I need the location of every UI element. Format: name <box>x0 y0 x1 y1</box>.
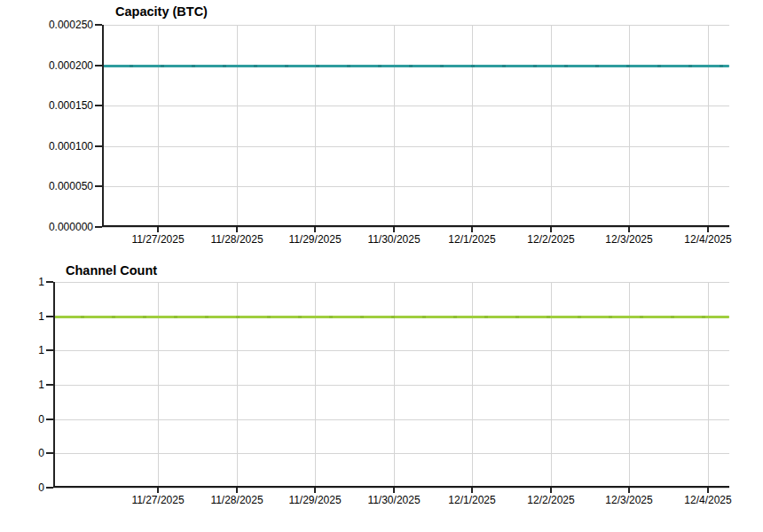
horizontal-gridline <box>102 106 729 106</box>
x-axis-tick-label: 11/30/2025 <box>354 232 434 246</box>
y-axis-line <box>102 25 104 227</box>
y-axis-tick <box>46 487 53 489</box>
horizontal-gridline <box>53 419 729 420</box>
y-axis-tick <box>46 452 53 454</box>
y-axis-tick <box>95 105 102 106</box>
x-axis-tick-label: 11/29/2025 <box>275 493 355 507</box>
vertical-gridline <box>237 282 238 488</box>
channel-count-chart-title: Channel Count <box>66 263 157 278</box>
horizontal-gridline <box>53 350 729 351</box>
node-stats-charts-panel: Capacity (BTC) 0.0002500.0002000.0001500… <box>0 0 763 532</box>
series-line <box>102 65 729 67</box>
vertical-gridline <box>394 25 395 227</box>
y-axis-tick-label: 0 <box>0 481 44 495</box>
x-axis-tick-label: 11/28/2025 <box>197 493 277 507</box>
vertical-gridline <box>472 25 473 227</box>
y-axis-tick <box>46 349 53 351</box>
x-axis-tick-label: 11/30/2025 <box>354 493 434 507</box>
horizontal-gridline <box>53 453 729 454</box>
vertical-gridline <box>629 282 630 488</box>
y-axis-tick-label: 1 <box>0 378 44 392</box>
y-axis-tick <box>95 24 102 26</box>
vertical-gridline <box>629 25 630 227</box>
vertical-gridline <box>315 25 316 227</box>
y-axis-tick <box>95 185 102 187</box>
y-axis-tick <box>46 316 53 317</box>
horizontal-gridline <box>53 385 729 386</box>
y-axis-tick <box>95 145 102 147</box>
x-axis-tick-label: 12/3/2025 <box>589 493 669 507</box>
y-axis-tick <box>46 384 53 386</box>
y-axis-tick <box>46 281 53 283</box>
x-axis-tick-label: 11/27/2025 <box>118 232 198 246</box>
vertical-gridline <box>158 25 159 227</box>
y-axis-tick <box>95 65 102 66</box>
x-axis-tick-label: 12/1/2025 <box>432 493 512 507</box>
x-axis-tick-label: 12/1/2025 <box>432 232 512 246</box>
y-axis-tick-label: 1 <box>0 309 44 324</box>
y-axis-line <box>53 282 55 488</box>
capacity-plot-area: 0.0002500.0002000.0001500.0001000.000050… <box>102 25 729 227</box>
y-axis-tick-label: 0 <box>0 412 44 426</box>
vertical-gridline <box>315 282 316 488</box>
channel-count-plot-area: 111100011/27/202511/28/202511/29/202511/… <box>53 282 729 488</box>
vertical-gridline <box>708 25 709 227</box>
vertical-gridline <box>551 25 552 227</box>
y-axis-tick-label: 0.000150 <box>40 98 93 113</box>
horizontal-gridline <box>53 282 729 283</box>
y-axis-tick-label: 1 <box>0 275 44 289</box>
x-axis-tick-label: 12/2/2025 <box>511 493 591 507</box>
x-axis-tick-label: 12/4/2025 <box>668 232 748 246</box>
x-axis-tick-label: 12/3/2025 <box>589 232 669 246</box>
series-line <box>53 316 729 318</box>
vertical-gridline <box>472 282 473 488</box>
vertical-gridline <box>237 25 238 227</box>
vertical-gridline <box>158 282 159 488</box>
x-axis-tick-label: 11/28/2025 <box>197 232 277 246</box>
y-axis-tick-label: 0.000100 <box>40 139 93 153</box>
y-axis-tick-label: 0.000200 <box>40 59 93 73</box>
horizontal-gridline <box>102 25 729 26</box>
horizontal-gridline <box>102 186 729 187</box>
x-axis-tick-label: 12/4/2025 <box>668 493 748 507</box>
y-axis-tick-label: 1 <box>0 343 44 357</box>
x-axis-tick-label: 11/27/2025 <box>118 493 198 507</box>
y-axis-tick-label: 0.000000 <box>40 220 93 234</box>
x-axis-line <box>53 486 729 488</box>
capacity-chart-title: Capacity (BTC) <box>115 4 208 19</box>
horizontal-gridline <box>102 146 729 147</box>
y-axis-tick-label: 0.000250 <box>40 18 93 32</box>
vertical-gridline <box>708 282 709 488</box>
x-axis-tick-label: 11/29/2025 <box>275 232 355 246</box>
y-axis-tick-label: 0 <box>0 446 44 460</box>
y-axis-tick <box>46 419 53 420</box>
y-axis-tick-label: 0.000050 <box>40 179 93 193</box>
x-axis-tick-label: 12/2/2025 <box>511 232 591 246</box>
y-axis-tick <box>95 226 102 228</box>
vertical-gridline <box>394 282 395 488</box>
vertical-gridline <box>551 282 552 488</box>
horizontal-gridline <box>102 227 729 228</box>
x-axis-line <box>102 225 729 227</box>
